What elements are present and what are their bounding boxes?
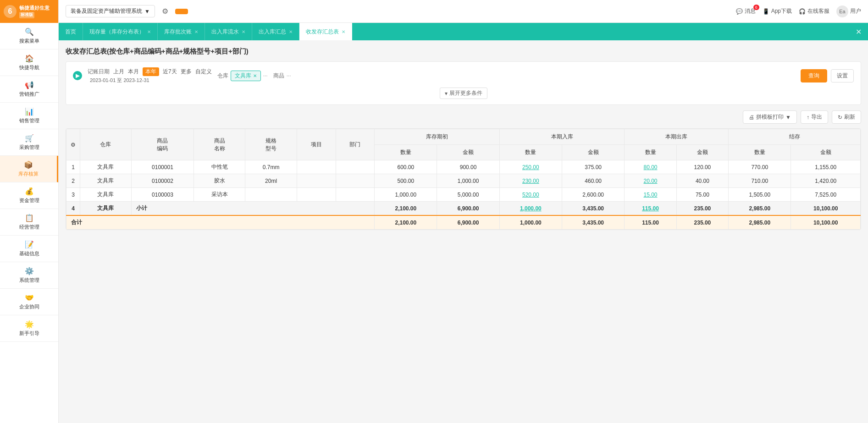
tab-receive-send-summary[interactable]: 收发存汇总表 ✕ bbox=[299, 23, 352, 40]
tab-close-in-out-summary[interactable]: ✕ bbox=[289, 29, 293, 34]
date-custom[interactable]: 自定义 bbox=[195, 68, 212, 76]
experience-btn[interactable] bbox=[175, 9, 188, 14]
chevron-down-icon: ▼ bbox=[144, 8, 150, 15]
data-table: ⚙ 仓库 商品编码 商品名称 规格型号 项目 部门 库存期初 本期入库 本期出库… bbox=[66, 128, 861, 230]
warehouse-tag-close[interactable]: ✕ bbox=[253, 73, 257, 78]
tab-home[interactable]: 首页 bbox=[59, 23, 83, 40]
th-opening-qty: 数量 bbox=[375, 145, 437, 160]
warehouse-tag[interactable]: 文具库 ✕ bbox=[231, 71, 261, 81]
td-subtotal-out-amount: 235.00 bbox=[676, 202, 728, 216]
sidebar-item-enterprise[interactable]: 🤝 企业协同 bbox=[0, 289, 58, 315]
tab-close-inventory-dist[interactable]: ✕ bbox=[147, 29, 151, 34]
td-out-qty-link[interactable]: 80.00 bbox=[625, 160, 676, 174]
query-btn[interactable]: 查询 bbox=[801, 69, 827, 82]
tab-in-out-summary[interactable]: 出入库汇总 ✕ bbox=[252, 23, 299, 40]
warehouse-more-btn[interactable]: ··· bbox=[263, 72, 268, 79]
th-goods-code: 商品编码 bbox=[131, 129, 194, 160]
td-project bbox=[297, 174, 336, 188]
th-goods-spec: 规格型号 bbox=[245, 129, 297, 160]
sidebar-item-search[interactable]: 🔍 搜索菜单 bbox=[0, 23, 58, 49]
refresh-btn[interactable]: ↻ 刷新 bbox=[832, 110, 861, 124]
th-gear[interactable]: ⚙ bbox=[66, 129, 80, 160]
operation-icon: 📋 bbox=[25, 214, 34, 222]
app-download-btn[interactable]: 📱 App下载 bbox=[763, 7, 792, 15]
td-in-amount: 460.00 bbox=[562, 174, 625, 188]
logo-text: 畅捷通好生意 标准版 bbox=[19, 5, 50, 18]
messages-btn[interactable]: 💬 消息 6 bbox=[736, 7, 756, 15]
td-total-closing-qty: 2,985.00 bbox=[729, 215, 791, 230]
td-subtotal-out-qty[interactable]: 115.00 bbox=[625, 202, 676, 216]
td-goods-name: 中性笔 bbox=[194, 160, 245, 174]
expand-conditions-btn[interactable]: ▾ 展开更多条件 bbox=[440, 88, 487, 99]
close-all-tabs-btn[interactable]: ✕ bbox=[849, 27, 868, 36]
goods-more-btn[interactable]: ··· bbox=[287, 72, 291, 79]
app-logo: 6 畅捷通好生意 标准版 bbox=[0, 0, 58, 23]
th-closing-qty: 数量 bbox=[729, 145, 791, 160]
tab-close-in-out-flow[interactable]: ✕ bbox=[242, 29, 245, 34]
td-project bbox=[297, 160, 336, 174]
th-out-amount: 金额 bbox=[676, 145, 728, 160]
sidebar-item-quick-nav[interactable]: 🏠 快捷导航 bbox=[0, 49, 58, 76]
th-out-qty: 数量 bbox=[625, 145, 676, 160]
sidebar-item-newbie[interactable]: 🌟 新手引导 bbox=[0, 315, 58, 342]
date-this-year[interactable]: 本年 bbox=[143, 67, 159, 76]
th-opening-amount: 金额 bbox=[437, 145, 499, 160]
td-goods-spec: 20ml bbox=[245, 174, 297, 188]
sidebar: 6 畅捷通好生意 标准版 🔍 搜索菜单 🏠 快捷导航 📢 营销推广 📊 bbox=[0, 0, 59, 423]
td-total-out-amount: 235.00 bbox=[676, 215, 728, 230]
system-selector[interactable]: 装备及固定资产辅助管理系统 ▼ bbox=[66, 5, 155, 17]
sidebar-item-purchase[interactable]: 🛒 采购管理 bbox=[0, 129, 58, 156]
tab-batch-ledger[interactable]: 库存批次账 ✕ bbox=[158, 23, 205, 40]
sidebar-item-inventory[interactable]: 📦 库存核算 bbox=[0, 156, 58, 182]
sidebar-item-finance[interactable]: 💰 资金管理 bbox=[0, 182, 58, 209]
td-out-qty-link[interactable]: 20.00 bbox=[625, 174, 676, 188]
td-closing-qty: 770.00 bbox=[729, 160, 791, 174]
sidebar-item-operation[interactable]: 📋 经营管理 bbox=[0, 209, 58, 236]
td-opening-qty: 500.00 bbox=[375, 174, 437, 188]
date-range-display: 2023-01-01 至 2023-12-31 bbox=[90, 77, 212, 84]
tab-in-out-flow[interactable]: 出入库流水 ✕ bbox=[205, 23, 252, 40]
page-content: 收发存汇总表(按仓库+商品编码+商品+规格型号+项目+部门) ▶ 记账日期 上月… bbox=[59, 40, 868, 423]
sidebar-item-marketing[interactable]: 📢 营销推广 bbox=[0, 76, 58, 103]
date-more[interactable]: 更多 bbox=[181, 68, 192, 76]
settings-gear-icon[interactable]: ⚙ bbox=[162, 7, 168, 16]
inventory-table: ⚙ 仓库 商品编码 商品名称 规格型号 项目 部门 库存期初 本期入库 本期出库… bbox=[66, 129, 861, 230]
main-content: 装备及固定资产辅助管理系统 ▼ ⚙ 💬 消息 6 📱 App下载 🎧 在线客服 bbox=[59, 0, 868, 423]
online-service-btn[interactable]: 🎧 在线客服 bbox=[799, 7, 829, 15]
export-btn[interactable]: ↑ 导出 bbox=[801, 110, 828, 124]
date-last-7days[interactable]: 近7天 bbox=[163, 68, 177, 76]
headset-icon: 🎧 bbox=[799, 8, 806, 15]
td-subtotal-closing-amount: 10,100.00 bbox=[791, 202, 861, 216]
td-goods-code: 0100001 bbox=[131, 160, 194, 174]
td-in-qty-link[interactable]: 230.00 bbox=[499, 174, 562, 188]
td-warehouse: 文具库 bbox=[80, 160, 132, 174]
date-last-month[interactable]: 上月 bbox=[113, 68, 124, 76]
td-total-out-qty: 115.00 bbox=[625, 215, 676, 230]
td-in-qty-link[interactable]: 250.00 bbox=[499, 160, 562, 174]
date-this-month[interactable]: 本月 bbox=[128, 68, 139, 76]
settings-btn[interactable]: 设置 bbox=[831, 69, 854, 82]
sidebar-item-sales[interactable]: 📊 销售管理 bbox=[0, 103, 58, 129]
td-project bbox=[297, 188, 336, 202]
action-bar: 🖨 拼模板打印 ▼ ↑ 导出 ↻ 刷新 bbox=[66, 110, 861, 124]
td-subtotal-label: 小计 bbox=[131, 202, 374, 216]
tab-close-batch-ledger[interactable]: ✕ bbox=[194, 29, 198, 34]
td-in-qty-link[interactable]: 520.00 bbox=[499, 188, 562, 202]
user-btn[interactable]: Ea 用户 bbox=[836, 5, 861, 17]
sidebar-item-system[interactable]: ⚙️ 系统管理 bbox=[0, 262, 58, 289]
tab-close-receive-send-summary[interactable]: ✕ bbox=[342, 29, 345, 34]
print-btn[interactable]: 🖨 拼模板打印 ▼ bbox=[743, 110, 797, 124]
filter-actions-row: ▶ 记账日期 上月 本月 本年 近7天 更多 自定义 bbox=[73, 67, 854, 84]
td-total-opening-qty: 2,100.00 bbox=[375, 215, 437, 230]
td-total-label: 合计 bbox=[66, 215, 375, 230]
th-closing-amount: 金额 bbox=[791, 145, 861, 160]
td-subtotal-in-qty[interactable]: 1,000.00 bbox=[499, 202, 562, 216]
sidebar-item-basic-info[interactable]: 📝 基础信息 bbox=[0, 236, 58, 262]
td-out-qty-link[interactable]: 15.00 bbox=[625, 188, 676, 202]
marketing-icon: 📢 bbox=[25, 81, 34, 89]
td-in-amount: 375.00 bbox=[562, 160, 625, 174]
logo-icon: 6 bbox=[4, 5, 17, 18]
filter-expand-btn[interactable]: ▶ bbox=[73, 71, 82, 80]
tab-inventory-dist[interactable]: 现存量（库存分布表） ✕ bbox=[83, 23, 158, 40]
td-serial: 1 bbox=[66, 160, 80, 174]
